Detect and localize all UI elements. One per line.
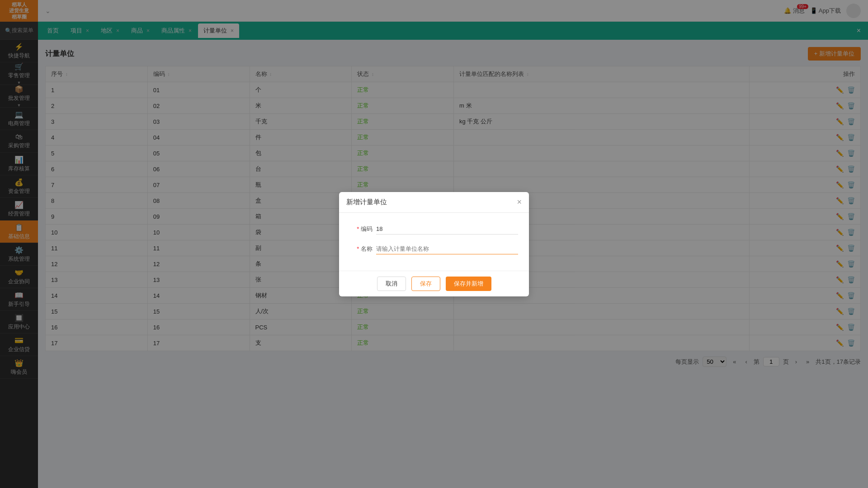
code-input[interactable] [376,224,518,235]
cancel-button[interactable]: 取消 [377,277,406,291]
name-input[interactable] [376,244,518,254]
save-button[interactable]: 保存 [411,277,440,291]
modal-footer: 取消 保存 保存并新增 [339,271,529,296]
modal-body: * 编码 * 名称 [339,213,529,271]
required-mark: * [357,225,359,232]
add-measure-unit-modal: 新增计量单位 × * 编码 * 名称 取消 保存 保存并新增 [339,192,529,296]
form-row-name: * 名称 [350,244,518,254]
required-mark: * [357,245,359,252]
modal-overlay: 新增计量单位 × * 编码 * 名称 取消 保存 保存并新增 [0,0,868,488]
name-label: * 名称 [350,245,373,253]
form-row-code: * 编码 [350,224,518,235]
save-and-new-button[interactable]: 保存并新增 [446,277,491,291]
code-label: * 编码 [350,225,373,233]
modal-close-button[interactable]: × [517,197,522,207]
modal-title: 新增计量单位 [346,198,387,206]
modal-header: 新增计量单位 × [339,192,529,213]
